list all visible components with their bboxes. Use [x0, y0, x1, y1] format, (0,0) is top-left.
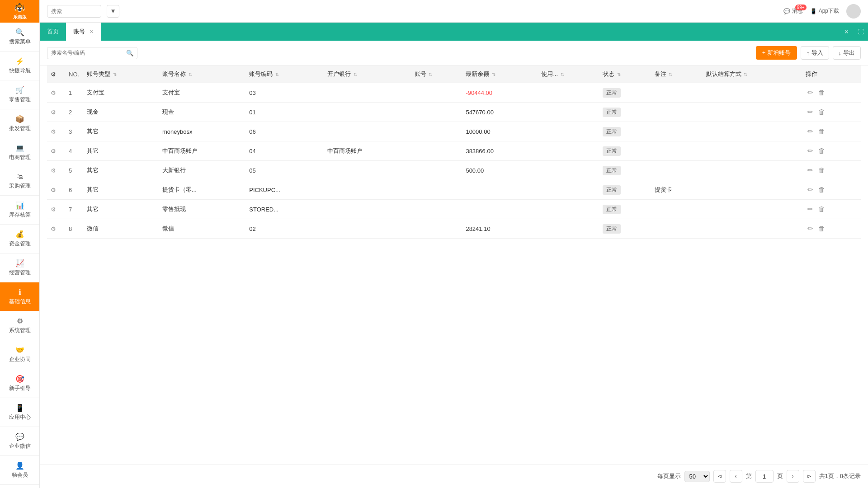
- import-button[interactable]: ↑ 导入: [801, 46, 829, 60]
- close-tab-button[interactable]: ✕: [839, 23, 854, 41]
- row-action-3: ✏ 🗑: [802, 141, 861, 161]
- delete-btn-6[interactable]: 🗑: [816, 204, 827, 214]
- row-settings-1[interactable]: ⚙: [47, 103, 65, 122]
- edit-btn-2[interactable]: ✏: [806, 127, 815, 136]
- row-status-1: 正常: [599, 103, 651, 122]
- edit-btn-0[interactable]: ✏: [806, 88, 815, 98]
- export-button[interactable]: ↓ 导出: [833, 46, 861, 60]
- search-input[interactable]: [47, 47, 123, 58]
- row-action-4: ✏ 🗑: [802, 161, 861, 180]
- account-name-col-header[interactable]: 账号名称 ⇅: [159, 66, 245, 83]
- tab-account[interactable]: 账号✕: [66, 23, 101, 41]
- sidebar-item-sys-mgmt[interactable]: ⚙系统管理: [0, 311, 39, 340]
- first-page-button[interactable]: ⊲: [713, 470, 726, 483]
- row-no-6: 7: [65, 200, 83, 219]
- row-settings-7[interactable]: ⚙: [47, 219, 65, 239]
- no-col-header: NO.: [65, 66, 83, 83]
- edit-btn-7[interactable]: ✏: [806, 224, 815, 234]
- bank-col-header[interactable]: 开户银行 ⇅: [324, 66, 410, 83]
- row-settings-3[interactable]: ⚙: [47, 141, 65, 161]
- edit-btn-4[interactable]: ✏: [806, 165, 815, 175]
- row-usage-3: [538, 141, 599, 161]
- sidebar-label-new-guide: 新手引导: [2, 385, 37, 392]
- row-account-type-0: 支付宝: [83, 83, 159, 103]
- status-col-header[interactable]: 状态 ⇅: [599, 66, 651, 83]
- account-no-col-header[interactable]: 账号 ⇅: [411, 66, 462, 83]
- sidebar-item-corp-wechat[interactable]: 💬企业微信: [0, 427, 39, 456]
- balance-col-header[interactable]: 最新余额 ⇅: [462, 66, 538, 83]
- edit-btn-3[interactable]: ✏: [806, 146, 815, 156]
- sidebar-item-quick-nav[interactable]: ⚡快捷导航: [0, 52, 39, 80]
- sidebar-item-app-center[interactable]: 📱应用中心: [0, 398, 39, 427]
- page-suffix: 页: [777, 472, 783, 480]
- add-account-button[interactable]: + 新增账号: [756, 46, 797, 60]
- row-balance-2: 10000.00: [462, 122, 538, 141]
- last-page-button[interactable]: ⊳: [803, 470, 816, 483]
- row-settings-4[interactable]: ⚙: [47, 161, 65, 180]
- next-page-button[interactable]: ›: [787, 470, 799, 483]
- row-settings-2[interactable]: ⚙: [47, 122, 65, 141]
- message-icon: 💬: [783, 8, 790, 14]
- sidebar-item-wholesale-mgmt[interactable]: 📦批发管理: [0, 109, 39, 138]
- account-type-col-header[interactable]: 账号类型 ⇅: [83, 66, 159, 83]
- sidebar-icon-corp-wechat: 💬: [2, 432, 37, 441]
- row-remark-0: [651, 83, 703, 103]
- delete-btn-7[interactable]: 🗑: [816, 224, 827, 233]
- user-avatar[interactable]: [846, 4, 861, 19]
- remark-col-header[interactable]: 备注 ⇅: [651, 66, 703, 83]
- per-page-select[interactable]: 50 10 20 100: [684, 471, 710, 482]
- sidebar-item-finance-mgmt[interactable]: 💰资金管理: [0, 225, 39, 253]
- row-no-4: 5: [65, 161, 83, 180]
- sidebar-item-ops-mgmt[interactable]: 📈经营管理: [0, 253, 39, 282]
- top-search-input[interactable]: [47, 5, 101, 18]
- delete-btn-2[interactable]: 🗑: [816, 127, 827, 136]
- row-settings-5[interactable]: ⚙: [47, 180, 65, 200]
- row-settings-6[interactable]: ⚙: [47, 200, 65, 219]
- sidebar-item-corp-agreement[interactable]: 🤝企业协同: [0, 340, 39, 369]
- edit-btn-5[interactable]: ✏: [806, 185, 815, 195]
- row-usage-7: [538, 219, 599, 239]
- row-action-2: ✏ 🗑: [802, 122, 861, 141]
- expand-button[interactable]: ⛶: [854, 23, 868, 41]
- row-remark-1: [651, 103, 703, 122]
- page-input[interactable]: [755, 470, 774, 483]
- account-code-col-header[interactable]: 账号编码 ⇅: [245, 66, 324, 83]
- delete-btn-1[interactable]: 🗑: [816, 107, 827, 117]
- row-balance-6: [462, 200, 538, 219]
- row-account-type-4: 其它: [83, 161, 159, 180]
- settings-col-header[interactable]: ⚙: [47, 66, 65, 83]
- message-button[interactable]: 💬 消息 99+: [783, 7, 803, 15]
- sidebar-item-new-guide[interactable]: 🎯新手引导: [0, 369, 39, 398]
- tab-home[interactable]: 首页: [40, 23, 66, 41]
- row-settings-0[interactable]: ⚙: [47, 83, 65, 103]
- delete-btn-0[interactable]: 🗑: [816, 88, 827, 97]
- sidebar-item-chang-member[interactable]: 👤畅会员: [0, 456, 39, 485]
- nav-tabs: 首页账号✕: [40, 23, 868, 41]
- sidebar-item-inventory[interactable]: 📊库存核算: [0, 196, 39, 225]
- delete-btn-5[interactable]: 🗑: [816, 185, 827, 194]
- prev-page-button[interactable]: ‹: [730, 470, 742, 483]
- search-button[interactable]: 🔍: [123, 47, 137, 59]
- dropdown-button[interactable]: ▼: [107, 5, 119, 18]
- sidebar-item-ecommerce-mgmt[interactable]: 💻电商管理: [0, 138, 39, 167]
- sidebar-item-purchase-mgmt[interactable]: 🛍采购管理: [0, 167, 39, 196]
- default-settlement-col-header[interactable]: 默认结算方式 ⇅: [703, 66, 802, 83]
- delete-btn-4[interactable]: 🗑: [816, 165, 827, 175]
- row-status-4: 正常: [599, 161, 651, 180]
- row-balance-0: -90444.00: [462, 83, 538, 103]
- sidebar-item-retail-mgmt[interactable]: 🛒零售管理: [0, 80, 39, 109]
- row-account-no-3: [411, 141, 462, 161]
- row-usage-6: [538, 200, 599, 219]
- edit-btn-6[interactable]: ✏: [806, 204, 815, 214]
- status-badge-7: 正常: [603, 224, 621, 234]
- sidebar-item-basic-info[interactable]: ℹ基础信息: [0, 282, 39, 311]
- status-badge-1: 正常: [603, 108, 621, 117]
- tab-close-account[interactable]: ✕: [90, 29, 94, 35]
- sidebar: 🐯 乐惠版 🔍搜索菜单⚡快捷导航🛒零售管理📦批发管理💻电商管理🛍采购管理📊库存核…: [0, 0, 40, 488]
- sidebar-item-search-menu[interactable]: 🔍搜索菜单: [0, 23, 39, 52]
- usage-col-header[interactable]: 使用... ⇅: [538, 66, 599, 83]
- app-download-button[interactable]: 📱 App下载: [810, 7, 839, 15]
- edit-btn-1[interactable]: ✏: [806, 107, 815, 117]
- row-no-5: 6: [65, 180, 83, 200]
- delete-btn-3[interactable]: 🗑: [816, 146, 827, 155]
